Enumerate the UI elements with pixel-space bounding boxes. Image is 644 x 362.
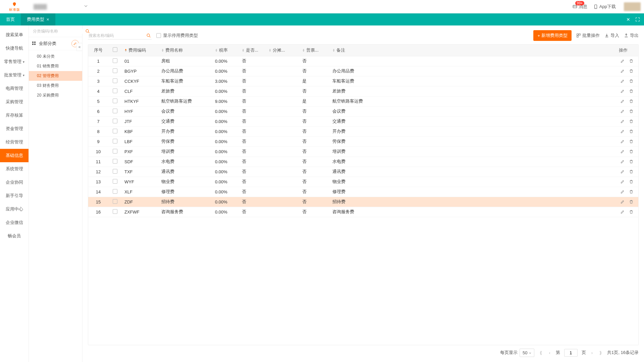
sidenav-item[interactable]: 库存核算 bbox=[0, 109, 29, 122]
tab-close-all-icon[interactable] bbox=[626, 17, 631, 22]
sidenav-item[interactable]: 经营管理 bbox=[0, 135, 29, 149]
cell-checkbox[interactable] bbox=[108, 66, 122, 76]
category-search-input[interactable] bbox=[33, 29, 83, 34]
cell-checkbox[interactable] bbox=[108, 187, 122, 197]
next-page-button[interactable]: › bbox=[590, 350, 594, 356]
delete-icon[interactable] bbox=[629, 149, 634, 154]
delete-icon[interactable] bbox=[629, 179, 634, 184]
sidenav-item[interactable]: 资金管理 bbox=[0, 122, 29, 135]
table-row[interactable]: 9LBF劳保费0.00%否否劳保费 bbox=[88, 136, 638, 146]
delete-icon[interactable] bbox=[629, 109, 634, 114]
sidenav-item[interactable]: 采购管理 bbox=[0, 95, 29, 109]
batch-ops-button[interactable]: 批量操作 bbox=[576, 33, 600, 39]
edit-icon[interactable] bbox=[620, 69, 625, 73]
new-fee-type-button[interactable]: + 新增费用类型 bbox=[533, 30, 572, 41]
cell-checkbox[interactable] bbox=[108, 167, 122, 177]
table-row[interactable]: 11SDF水电费0.00%否否水电费 bbox=[88, 157, 638, 167]
messages-button[interactable]: 99+ 消息 bbox=[573, 4, 587, 10]
sidenav-item[interactable]: 系统管理 bbox=[0, 162, 29, 176]
table-row[interactable]: 3CCKYF车船客运费3.00%否是车船客运费 bbox=[88, 76, 638, 86]
edit-icon[interactable] bbox=[620, 149, 625, 154]
edit-icon[interactable] bbox=[620, 169, 625, 174]
tab-home[interactable]: 首页 bbox=[0, 13, 21, 25]
cell-checkbox[interactable] bbox=[108, 136, 122, 146]
tab-current[interactable]: 费用类型 ✕ bbox=[21, 13, 55, 25]
edit-icon[interactable] bbox=[620, 129, 625, 134]
delete-icon[interactable] bbox=[629, 159, 634, 164]
collapse-panel-icon[interactable]: « bbox=[76, 43, 83, 51]
category-all[interactable]: 全部分类 bbox=[29, 37, 82, 50]
edit-icon[interactable] bbox=[620, 109, 625, 114]
table-row[interactable]: 2BGYP办公用品费0.00%否否办公用品费 bbox=[88, 66, 638, 76]
table-row[interactable]: 12TXF通讯费0.00%否否通讯费 bbox=[88, 167, 638, 177]
edit-icon[interactable] bbox=[620, 89, 625, 94]
edit-icon[interactable] bbox=[620, 179, 625, 184]
delete-icon[interactable] bbox=[629, 189, 634, 194]
org-selector[interactable]: ████ bbox=[29, 0, 93, 13]
sidenav-item[interactable]: 零售管理▾ bbox=[0, 55, 29, 68]
col-rate[interactable]: ▲▼税率 bbox=[212, 45, 239, 56]
col-name[interactable]: ▲▼费用名称 bbox=[159, 45, 212, 56]
category-item[interactable]: 03 财务费用 bbox=[29, 81, 82, 90]
cell-checkbox[interactable] bbox=[108, 96, 122, 106]
category-item[interactable]: 00 未分类 bbox=[29, 52, 82, 61]
sidenav-item[interactable]: 搜索菜单 bbox=[0, 28, 29, 42]
cell-checkbox[interactable] bbox=[108, 106, 122, 116]
cell-checkbox[interactable] bbox=[108, 86, 122, 96]
edit-icon[interactable] bbox=[620, 189, 625, 194]
cell-checkbox[interactable] bbox=[108, 56, 122, 66]
table-row[interactable]: 10PXF培训费0.00%否否培训费 bbox=[88, 146, 638, 157]
fullscreen-icon[interactable] bbox=[635, 17, 640, 22]
sidenav-item[interactable]: 畅会员 bbox=[0, 229, 29, 243]
show-disabled-checkbox[interactable]: 显示停用费用类型 bbox=[156, 33, 198, 39]
col-code[interactable]: ▲▼费用编码 bbox=[122, 45, 159, 56]
delete-icon[interactable] bbox=[629, 89, 634, 94]
edit-icon[interactable] bbox=[620, 99, 625, 104]
col-b2[interactable]: ▲▼分摊... bbox=[266, 45, 300, 56]
cell-checkbox[interactable] bbox=[108, 126, 122, 136]
edit-icon[interactable] bbox=[620, 139, 625, 144]
edit-icon[interactable] bbox=[620, 209, 625, 214]
close-icon[interactable]: ✕ bbox=[46, 17, 49, 22]
delete-icon[interactable] bbox=[629, 139, 634, 144]
table-row[interactable]: 14XLF修理费0.00%否否修理费 bbox=[88, 187, 638, 197]
table-row[interactable]: 101房租0.00%否否 bbox=[88, 56, 638, 66]
cell-checkbox[interactable] bbox=[108, 157, 122, 167]
table-row[interactable]: 5HTKYF航空铁路客运费9.00%否是航空铁路客运费 bbox=[88, 96, 638, 106]
avatar[interactable] bbox=[624, 2, 641, 11]
edit-icon[interactable] bbox=[620, 199, 625, 204]
delete-icon[interactable] bbox=[629, 69, 634, 73]
sidenav-item[interactable]: 电商管理 bbox=[0, 82, 29, 95]
delete-icon[interactable] bbox=[629, 59, 634, 63]
category-item[interactable]: 20 采购费用 bbox=[29, 90, 82, 100]
delete-icon[interactable] bbox=[629, 209, 634, 214]
search-input[interactable] bbox=[89, 33, 146, 38]
table-row[interactable]: 13WYF物业费0.00%否否物业费 bbox=[88, 177, 638, 187]
sidenav-item[interactable]: 批发管理▾ bbox=[0, 68, 29, 82]
edit-icon[interactable] bbox=[620, 79, 625, 83]
cell-checkbox[interactable] bbox=[108, 207, 122, 217]
table-row[interactable]: 4CLF差旅费0.00%否否差旅费 bbox=[88, 86, 638, 96]
search-icon[interactable] bbox=[85, 29, 90, 34]
delete-icon[interactable] bbox=[629, 199, 634, 204]
table-row[interactable]: 7JTF交通费0.00%否否交通费 bbox=[88, 116, 638, 126]
col-seq[interactable]: 序号 bbox=[88, 45, 108, 56]
prev-page-button[interactable]: ‹ bbox=[547, 350, 551, 356]
delete-icon[interactable] bbox=[629, 79, 634, 83]
cell-checkbox[interactable] bbox=[108, 146, 122, 157]
table-row[interactable]: 8KBF开办费0.00%否否开办费 bbox=[88, 126, 638, 136]
sidenav-item[interactable]: 基础信息 bbox=[0, 149, 29, 162]
col-remark[interactable]: ▲▼备注 bbox=[330, 45, 608, 56]
edit-icon[interactable] bbox=[620, 119, 625, 124]
sidenav-item[interactable]: 企业协同 bbox=[0, 176, 29, 189]
last-page-button[interactable]: ⟫ bbox=[598, 350, 603, 356]
sidenav-item[interactable]: 快捷导航 bbox=[0, 42, 29, 55]
sidenav-item[interactable]: 应用中心 bbox=[0, 202, 29, 216]
col-b1[interactable]: ▲▼是否... bbox=[239, 45, 266, 56]
table-row[interactable]: 6HYF会议费0.00%否否会议费 bbox=[88, 106, 638, 116]
cell-checkbox[interactable] bbox=[108, 177, 122, 187]
table-row[interactable]: 15ZDF招待费0.00%否否招待费 bbox=[88, 197, 638, 207]
table-row[interactable]: 16ZXFWF咨询服务费0.00%否否咨询服务费 bbox=[88, 207, 638, 217]
category-item[interactable]: 02 管理费用 bbox=[29, 71, 82, 81]
edit-icon[interactable] bbox=[620, 159, 625, 164]
